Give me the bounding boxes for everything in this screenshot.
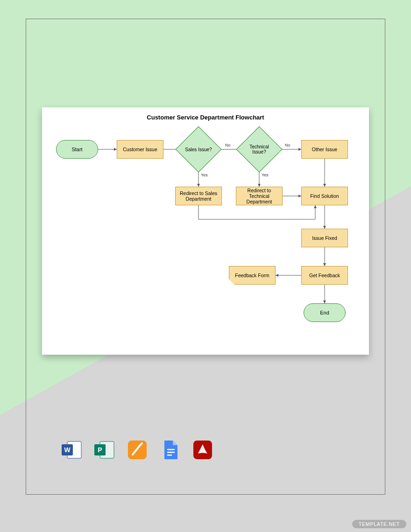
svg-rect-21 xyxy=(167,455,172,456)
format-icons-row: W P xyxy=(61,439,214,461)
node-find-solution: Find Solution xyxy=(301,187,348,205)
edge-label-yes: Yes xyxy=(262,173,269,177)
node-find-solution-label: Find Solution xyxy=(310,193,339,199)
svg-text:W: W xyxy=(64,446,71,454)
node-issue-fixed: Issue Fixed xyxy=(301,229,348,247)
node-end: End xyxy=(304,303,346,322)
node-feedback-form: Feedback Form xyxy=(229,266,276,285)
node-redirect-technical-label: Redirect to Technical Department xyxy=(238,188,280,204)
node-redirect-sales-label: Redirect to Sales Department xyxy=(177,190,220,202)
node-get-feedback: Get Feedback xyxy=(301,266,348,285)
node-end-label: End xyxy=(320,310,329,315)
word-icon: W xyxy=(61,439,83,461)
edge-label-no: No xyxy=(225,143,231,147)
svg-text:P: P xyxy=(98,446,102,454)
node-start-label: Start xyxy=(71,147,82,152)
edge-label-no: No xyxy=(285,143,291,147)
svg-rect-19 xyxy=(167,449,175,450)
publisher-icon: P xyxy=(93,439,116,461)
node-other-issue: Other Issue xyxy=(301,140,348,159)
watermark-badge: TEMPLATE.NET xyxy=(352,520,406,528)
node-technical-decision: Technical Issue? xyxy=(243,133,276,166)
node-sales-decision-label: Sales Issue? xyxy=(185,147,212,152)
flowchart-canvas: No No Yes Yes Start Customer Issue Sales… xyxy=(42,107,369,355)
node-start: Start xyxy=(56,140,98,159)
svg-rect-20 xyxy=(167,452,175,453)
google-docs-icon xyxy=(159,439,181,461)
edge-label-yes: Yes xyxy=(201,173,208,177)
pages-icon xyxy=(126,439,149,461)
node-redirect-sales: Redirect to Sales Department xyxy=(175,187,222,205)
node-customer-issue-label: Customer Issue xyxy=(123,147,157,152)
node-get-feedback-label: Get Feedback xyxy=(309,273,340,278)
flowchart-sheet: Customer Service Department Flowchart xyxy=(42,107,369,355)
node-technical-decision-label: Technical Issue? xyxy=(243,144,276,154)
node-issue-fixed-label: Issue Fixed xyxy=(312,235,337,241)
node-redirect-technical: Redirect to Technical Department xyxy=(236,187,283,205)
node-other-issue-label: Other Issue xyxy=(312,147,337,152)
node-customer-issue: Customer Issue xyxy=(117,140,163,159)
node-feedback-form-label: Feedback Form xyxy=(235,273,269,278)
node-sales-decision: Sales Issue? xyxy=(182,133,215,166)
pdf-icon xyxy=(191,439,214,461)
